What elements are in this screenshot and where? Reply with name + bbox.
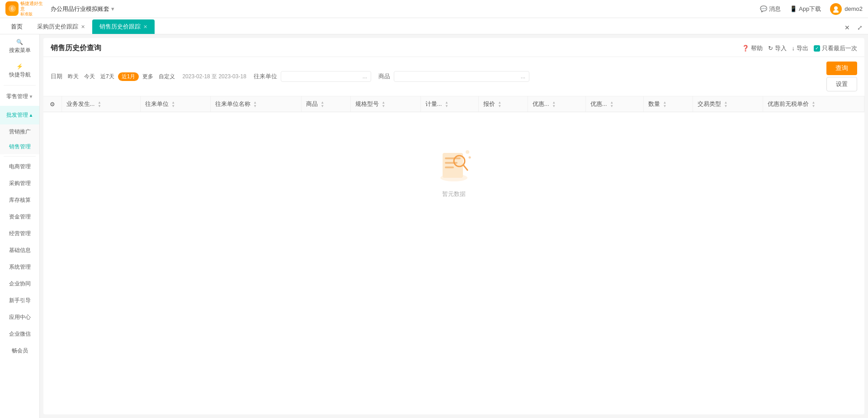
date-btn-7days[interactable]: 近7天: [99, 72, 116, 81]
sidebar-item-retail[interactable]: 零售管理 ▼: [0, 87, 39, 106]
sidebar-item-purchase[interactable]: 采购管理: [0, 175, 39, 192]
user-profile[interactable]: demo2: [830, 3, 863, 15]
sidebar-item-appstore[interactable]: 应用中心: [0, 309, 39, 326]
table-col-date[interactable]: 业务发生... ▲▼: [61, 96, 140, 112]
sort-icon: ▲▼: [552, 101, 556, 108]
content-area: 销售历史价查询 ❓ 帮助 ↻ 导入 ↓ 导出: [40, 34, 868, 418]
date-btn-today[interactable]: 今天: [82, 72, 97, 81]
app-download-btn[interactable]: 📱 App下载: [790, 5, 821, 13]
gear-icon: ⚙: [50, 101, 55, 108]
sidebar-item-wechat[interactable]: 企业微信: [0, 326, 39, 342]
date-buttons: 昨天 今天 近7天 近1月 更多 自定义: [66, 72, 177, 81]
sort-icon: ▲▼: [253, 101, 257, 108]
sidebar-label-wholesale: 批发管理: [6, 111, 28, 119]
close-tab1-icon[interactable]: ✕: [81, 24, 85, 30]
page-title: 销售历史价查询: [51, 43, 101, 53]
sidebar-label-basic: 基础信息: [9, 247, 31, 254]
sort-icon: ▲▼: [610, 101, 613, 108]
sidebar-item-member[interactable]: 畅会员: [0, 342, 39, 359]
sidebar-item-marketing[interactable]: 营销推广: [0, 124, 39, 139]
import-icon: ↻: [768, 45, 773, 52]
date-btn-yesterday[interactable]: 昨天: [66, 72, 80, 81]
sidebar-label-appstore: 应用中心: [9, 314, 31, 321]
table-col-settings[interactable]: ⚙: [43, 96, 61, 112]
tab-purchase-history[interactable]: 采购历史价跟踪 ✕: [30, 19, 92, 34]
import-link[interactable]: ↻ 导入: [768, 44, 787, 52]
svg-rect-5: [443, 153, 463, 178]
checkbox-checked-icon: ✓: [814, 45, 820, 52]
svg-point-12: [469, 157, 471, 159]
sidebar-item-enterprise[interactable]: 企业协同: [0, 276, 39, 292]
sort-icon: ▲▼: [724, 101, 728, 108]
svg-point-2: [834, 6, 838, 10]
help-icon: ❓: [742, 45, 749, 52]
table-col-partner-name[interactable]: 往来单位名称 ▲▼: [210, 96, 301, 112]
sort-icon: ▲▼: [382, 101, 385, 108]
table-col-quote[interactable]: 报价 ▲▼: [478, 96, 528, 112]
table-col-spec[interactable]: 规格型号 ▲▼: [350, 96, 420, 112]
product-filter-group: 商品 ...: [378, 71, 529, 82]
close-window-btn[interactable]: ✕: [843, 23, 852, 32]
sidebar-item-finance[interactable]: 资金管理: [0, 209, 39, 225]
date-label: 日期: [51, 72, 62, 81]
table-col-unit[interactable]: 计量... ▲▼: [420, 96, 478, 112]
help-link[interactable]: ❓ 帮助: [742, 44, 763, 52]
date-btn-1month[interactable]: 近1月: [118, 72, 139, 81]
sidebar-item-guide[interactable]: 新手引导: [0, 292, 39, 309]
query-button[interactable]: 查询: [826, 62, 857, 75]
app-logo: 6: [5, 1, 19, 16]
table-col-product[interactable]: 商品 ▲▼: [301, 96, 350, 112]
sidebar-item-system[interactable]: 系统管理: [0, 259, 39, 276]
sidebar-item-ecommerce[interactable]: 电商管理: [0, 158, 39, 175]
sidebar-item-search[interactable]: 🔍 搜索菜单: [0, 34, 39, 59]
sidebar-label-operations: 经营管理: [9, 230, 31, 238]
tab-purchase-label: 采购历史价跟踪: [37, 23, 78, 31]
svg-line-10: [463, 165, 467, 170]
sidebar-item-quick[interactable]: ⚡ 快捷导航: [0, 59, 39, 83]
sidebar-label-purchase: 采购管理: [9, 180, 31, 187]
sort-icon: ▲▼: [663, 101, 667, 108]
product-label: 商品: [378, 72, 390, 81]
table-col-qty[interactable]: 数量 ▲▼: [643, 96, 693, 112]
date-filter-group: 日期 昨天 今天 近7天 近1月 更多 自定义 2023-02-18 至 202…: [51, 72, 246, 81]
partner-input[interactable]: ...: [281, 71, 371, 82]
svg-rect-8: [445, 166, 454, 168]
svg-rect-7: [445, 162, 458, 164]
product-input[interactable]: ...: [394, 71, 529, 82]
app-name: 畅捷通好生意: [20, 1, 45, 12]
sidebar-label-sales: 销售管理: [9, 143, 31, 151]
tab-sales-history[interactable]: 销售历史价跟踪 ✕: [92, 19, 155, 34]
page-container: 销售历史价查询 ❓ 帮助 ↻ 导入 ↓ 导出: [43, 38, 864, 414]
message-btn[interactable]: 💬 消息: [760, 5, 781, 13]
quick-nav-icon: ⚡: [16, 63, 23, 70]
date-btn-custom[interactable]: 自定义: [157, 72, 177, 81]
workspace-selector[interactable]: 办公用品行业模拟账套 ▾: [45, 5, 760, 13]
table-col-pretax-price[interactable]: 优惠前无税单价 ▲▼: [763, 96, 864, 112]
sidebar-label-finance: 资金管理: [9, 213, 31, 221]
only-last-checkbox[interactable]: ✓ 只看最后一次: [814, 44, 857, 52]
empty-illustration: [431, 139, 476, 185]
setting-button[interactable]: 设置: [826, 77, 857, 91]
tab-bar: 首页 采购历史价跟踪 ✕ 销售历史价跟踪 ✕ ✕ ⤢: [0, 18, 868, 34]
table-col-discount2[interactable]: 优惠... ▲▼: [585, 96, 643, 112]
maximize-btn[interactable]: ⤢: [855, 23, 864, 32]
sidebar-label-ecommerce: 电商管理: [9, 163, 31, 171]
sidebar-item-inventory[interactable]: 库存核算: [0, 192, 39, 209]
export-icon: ↓: [792, 45, 795, 52]
date-btn-more[interactable]: 更多: [141, 72, 155, 81]
table-col-type[interactable]: 交易类型 ▲▼: [693, 96, 763, 112]
sidebar-item-basic[interactable]: 基础信息: [0, 242, 39, 259]
sidebar-label-inventory: 库存核算: [9, 196, 31, 204]
sidebar-item-sales[interactable]: 销售管理: [0, 139, 39, 154]
search-icon: 🔍: [16, 39, 23, 45]
sidebar-item-operations[interactable]: 经营管理: [0, 225, 39, 242]
table-col-discount1[interactable]: 优惠... ▲▼: [528, 96, 585, 112]
empty-state: 暂元数据: [43, 112, 864, 225]
app-edition: 标准版: [20, 12, 45, 17]
tab-home[interactable]: 首页: [4, 19, 30, 34]
data-table: ⚙ 业务发生... ▲▼ 往来单位 ▲▼ 往来单位名称: [43, 96, 864, 112]
table-col-partner[interactable]: 往来单位 ▲▼: [140, 96, 210, 112]
close-tab2-icon[interactable]: ✕: [143, 24, 147, 30]
sidebar-item-wholesale[interactable]: 批发管理 ▲: [0, 106, 39, 124]
export-link[interactable]: ↓ 导出: [792, 44, 809, 52]
